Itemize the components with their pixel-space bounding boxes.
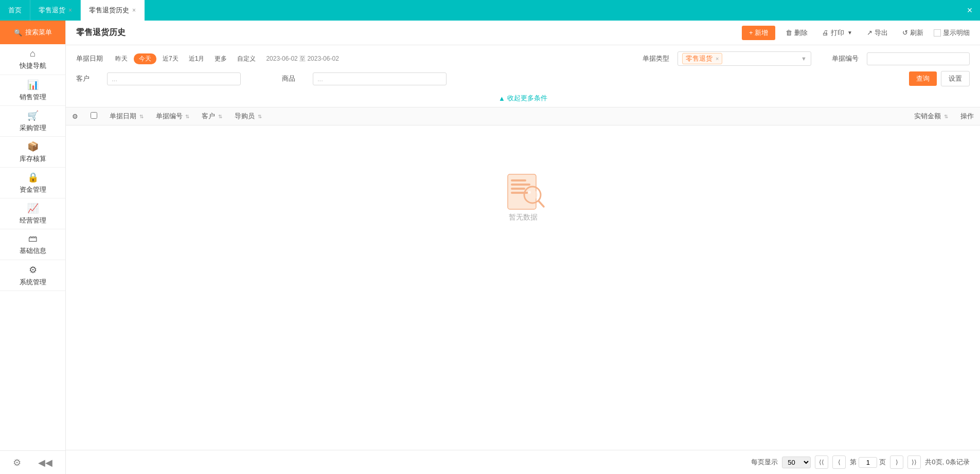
sidebar-item-operations[interactable]: 📈 经营管理: [0, 198, 65, 229]
first-page-button[interactable]: ⟨⟨: [815, 455, 828, 469]
svg-line-7: [539, 201, 544, 207]
th-guide[interactable]: 导购员 ⇅: [228, 107, 268, 125]
th-settings: ⚙: [66, 107, 84, 125]
th-checkbox: [84, 107, 103, 125]
svg-point-8: [528, 191, 531, 194]
sidebar-search-button[interactable]: 🔍 搜索菜单: [0, 21, 65, 44]
customer-label: 客户: [76, 74, 107, 83]
sidebar-bottom: ⚙ ◀◀: [0, 450, 65, 474]
date-btn-today[interactable]: 今天: [134, 53, 156, 64]
display-mingxi-checkbox[interactable]: 显示明细: [934, 28, 970, 38]
collapse-filter-button[interactable]: ▲ 收起更多条件: [498, 94, 547, 103]
sidebar-item-inventory-label: 库存核算: [20, 154, 46, 163]
tab-home[interactable]: 首页: [0, 0, 30, 21]
checkbox-icon: [934, 29, 941, 37]
page-number-input[interactable]: 1: [859, 457, 877, 468]
table-area: ⚙ 单据日期 ⇅ 单据编号 ⇅: [66, 107, 980, 450]
tab-retail-return[interactable]: 零售退货 ×: [30, 0, 81, 21]
refresh-button[interactable]: ↺ 刷新: [898, 26, 928, 40]
sidebar-item-sys-mgmt[interactable]: ⚙ 系统管理: [0, 260, 65, 291]
date-btn-more[interactable]: 更多: [210, 53, 231, 64]
tab-retail-return-close[interactable]: ×: [68, 7, 72, 14]
date-btn-last7[interactable]: 近7天: [158, 53, 183, 64]
date-sort-icon: ⇅: [139, 114, 144, 119]
search-icon: 🔍: [14, 29, 22, 37]
voucher-type-tag-close[interactable]: ×: [716, 56, 719, 62]
empty-state-row: 暂无数据: [66, 125, 980, 264]
voucher-no-input[interactable]: [867, 52, 970, 65]
prev-page-button[interactable]: ⟨: [832, 455, 846, 469]
table-header-row: ⚙ 单据日期 ⇅ 单据编号 ⇅: [66, 107, 980, 125]
date-filter-label: 单据日期: [76, 54, 107, 63]
th-spacer: [268, 107, 908, 125]
th-customer[interactable]: 客户 ⇅: [195, 107, 228, 125]
print-button[interactable]: 🖨 打印 ▼: [818, 26, 857, 40]
content-area: 零售退货历史 + 新增 🗑 删除 🖨 打印 ▼ ↗ 导出 ↺: [66, 21, 980, 474]
delete-icon: 🗑: [786, 29, 792, 37]
sidebar-item-purchase-label: 采购管理: [20, 123, 46, 133]
date-btn-last1month[interactable]: 近1月: [185, 53, 209, 64]
per-page-select[interactable]: 50 20 100: [782, 457, 811, 468]
voucher-type-selector[interactable]: 零售退货 × ▼: [678, 51, 811, 66]
svg-rect-3: [511, 188, 525, 190]
th-amount[interactable]: 实销金额 ⇅: [908, 107, 954, 125]
date-btn-yesterday[interactable]: 昨天: [111, 53, 132, 64]
voucher-type-tag: 零售退货 ×: [682, 53, 722, 64]
voucher-type-label: 单据类型: [643, 54, 673, 63]
svg-rect-1: [511, 179, 526, 181]
top-bar: 首页 零售退货 × 零售退货历史 × ×: [0, 0, 980, 21]
export-button[interactable]: ↗ 导出: [863, 26, 892, 40]
amount-sort-icon: ⇅: [944, 114, 948, 119]
filter-area: 单据日期 昨天 今天 近7天 近1月 更多 自定义 2023-06-02 至 2…: [66, 45, 980, 107]
tab-retail-return-history-close[interactable]: ×: [132, 7, 136, 14]
tab-retail-return-label: 零售退货: [39, 6, 65, 15]
sidebar-item-inventory[interactable]: 📦 库存核算: [0, 137, 65, 168]
sidebar-audio-button[interactable]: ◀◀: [38, 457, 52, 468]
sales-icon: 📊: [27, 79, 39, 90]
page-unit: 页: [879, 458, 886, 467]
page-title: 零售退货历史: [76, 27, 126, 38]
window-close-button[interactable]: ×: [959, 0, 980, 21]
collapse-label: 收起更多条件: [507, 94, 547, 103]
settings-button[interactable]: 设置: [941, 71, 970, 86]
operations-icon: 📈: [27, 203, 39, 214]
delete-button[interactable]: 🗑 删除: [781, 26, 812, 40]
table-settings-icon[interactable]: ⚙: [72, 113, 78, 120]
empty-icon: [497, 167, 549, 213]
no-sort-icon: ⇅: [185, 114, 189, 119]
goods-label: 商品: [282, 74, 313, 83]
sidebar-item-operations-label: 经营管理: [20, 216, 46, 225]
per-page-label: 每页显示: [751, 458, 778, 467]
filter-row-customer: 客户 商品 查询 设置: [76, 71, 970, 86]
sidebar-item-sales-mgmt[interactable]: 📊 销售管理: [0, 75, 65, 106]
customer-input[interactable]: [107, 72, 241, 85]
query-button[interactable]: 查询: [909, 71, 937, 86]
purchase-icon: 🛒: [27, 110, 39, 121]
date-range-display: 2023-06-02 至 2023-06-02: [266, 54, 338, 63]
refresh-icon: ↺: [902, 29, 908, 37]
tab-list: 首页 零售退货 × 零售退货历史 ×: [0, 0, 959, 21]
sidebar-item-purchase-mgmt[interactable]: 🛒 采购管理: [0, 106, 65, 137]
th-date[interactable]: 单据日期 ⇅: [103, 107, 150, 125]
sidebar-settings-button[interactable]: ⚙: [13, 457, 21, 468]
select-all-checkbox[interactable]: [91, 112, 97, 119]
date-btn-custom[interactable]: 自定义: [233, 53, 260, 64]
svg-rect-2: [511, 184, 530, 186]
new-button[interactable]: + 新增: [742, 26, 775, 40]
voucher-no-label: 单据编号: [832, 54, 863, 63]
goods-input[interactable]: [313, 72, 447, 85]
collapse-icon: ▲: [498, 95, 505, 102]
sidebar-item-basic-info-label: 基础信息: [20, 246, 46, 256]
sidebar-item-finance[interactable]: 🔒 资金管理: [0, 168, 65, 198]
voucher-type-tag-text: 零售退货: [686, 54, 712, 63]
tab-retail-return-history[interactable]: 零售退货历史 ×: [81, 0, 145, 21]
th-no[interactable]: 单据编号 ⇅: [150, 107, 196, 125]
sidebar-item-quick-nav[interactable]: ⌂ 快捷导航: [0, 44, 65, 75]
last-page-button[interactable]: ⟩⟩: [907, 455, 921, 469]
sidebar-item-basic-info[interactable]: 🗃 基础信息: [0, 229, 65, 260]
next-page-button[interactable]: ⟩: [890, 455, 903, 469]
sidebar-item-sys-label: 系统管理: [20, 278, 46, 287]
sidebar: 🔍 搜索菜单 ⌂ 快捷导航 📊 销售管理 🛒 采购管理 📦 库存核算 🔒 资金管…: [0, 21, 66, 474]
home-icon: ⌂: [30, 48, 35, 59]
sys-icon: ⚙: [29, 264, 37, 276]
